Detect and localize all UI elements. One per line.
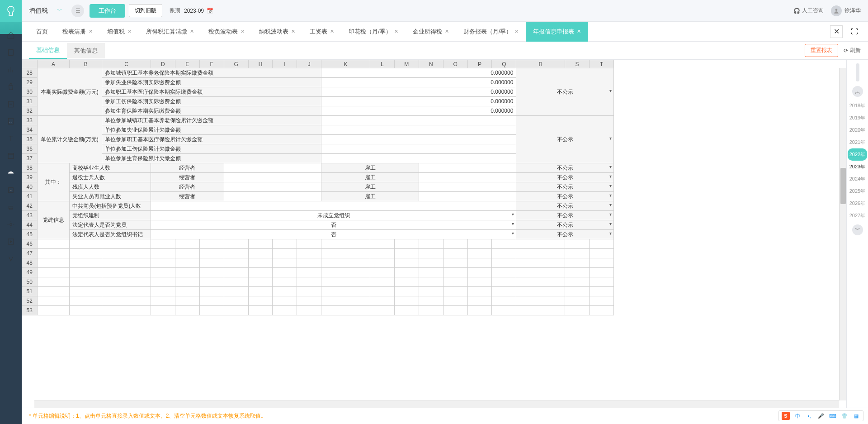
empty-cell[interactable] xyxy=(70,306,102,315)
empty-cell[interactable] xyxy=(492,296,516,306)
cell-value[interactable] xyxy=(321,125,516,135)
empty-cell[interactable] xyxy=(419,296,443,306)
empty-cell[interactable] xyxy=(443,268,467,277)
empty-cell[interactable] xyxy=(516,268,565,277)
empty-cell[interactable] xyxy=(151,287,175,296)
empty-cell[interactable] xyxy=(248,258,273,268)
cell-value[interactable]: 0.000000 xyxy=(321,78,516,87)
cell-value[interactable] xyxy=(224,182,321,192)
empty-cell[interactable] xyxy=(590,277,614,287)
calendar-icon[interactable]: 📅 xyxy=(207,8,213,14)
nav-bag-icon[interactable] xyxy=(6,82,15,91)
empty-cell[interactable] xyxy=(419,287,443,296)
empty-cell[interactable] xyxy=(419,249,443,258)
empty-cell[interactable] xyxy=(224,249,248,258)
empty-cell[interactable] xyxy=(102,296,151,306)
empty-cell[interactable] xyxy=(492,287,516,296)
empty-cell[interactable] xyxy=(70,258,102,268)
empty-cell[interactable] xyxy=(248,249,273,258)
empty-cell[interactable] xyxy=(394,306,419,315)
empty-cell[interactable] xyxy=(199,258,224,268)
empty-cell[interactable] xyxy=(151,249,175,258)
empty-cell[interactable] xyxy=(370,287,395,296)
empty-cell[interactable] xyxy=(297,306,321,315)
module-dropdown[interactable]: 增值税 xyxy=(29,7,48,15)
empty-cell[interactable] xyxy=(248,239,273,249)
visibility-dropdown[interactable]: 不公示 xyxy=(516,116,614,163)
empty-cell[interactable] xyxy=(175,287,199,296)
nav-play-icon[interactable] xyxy=(6,237,15,246)
empty-cell[interactable] xyxy=(273,268,297,277)
empty-cell[interactable] xyxy=(419,306,443,315)
select-cell[interactable]: 否 xyxy=(151,220,516,230)
year-up-arrow[interactable]: ︽ xyxy=(852,86,863,97)
horizontal-scrollbar[interactable] xyxy=(34,400,839,408)
empty-cell[interactable] xyxy=(394,277,419,287)
visibility-dropdown[interactable]: 不公示 xyxy=(516,230,614,239)
empty-cell[interactable] xyxy=(565,277,590,287)
empty-cell[interactable] xyxy=(516,277,565,287)
subtab-other[interactable]: 其他信息 xyxy=(67,43,105,58)
empty-cell[interactable] xyxy=(297,258,321,268)
empty-cell[interactable] xyxy=(199,268,224,277)
year-2018年[interactable]: 2018年 xyxy=(848,100,867,112)
empty-cell[interactable] xyxy=(467,287,492,296)
empty-cell[interactable] xyxy=(224,296,248,306)
empty-cell[interactable] xyxy=(37,277,70,287)
ime-mic-icon[interactable]: 🎤 xyxy=(817,412,825,420)
empty-cell[interactable] xyxy=(492,306,516,315)
empty-cell[interactable] xyxy=(467,239,492,249)
empty-cell[interactable] xyxy=(370,249,395,258)
empty-cell[interactable] xyxy=(273,296,297,306)
empty-cell[interactable] xyxy=(419,268,443,277)
select-cell[interactable]: 未成立党组织 xyxy=(151,211,516,220)
visibility-dropdown[interactable]: 不公示 xyxy=(516,163,614,173)
empty-cell[interactable] xyxy=(492,258,516,268)
empty-cell[interactable] xyxy=(102,239,151,249)
empty-cell[interactable] xyxy=(102,258,151,268)
cell-value[interactable] xyxy=(419,182,516,192)
empty-cell[interactable] xyxy=(467,277,492,287)
empty-cell[interactable] xyxy=(273,258,297,268)
ime-grid-icon[interactable]: ▦ xyxy=(852,412,860,420)
expand-btn[interactable]: ⛶ xyxy=(848,25,861,38)
empty-cell[interactable] xyxy=(443,287,467,296)
empty-cell[interactable] xyxy=(70,268,102,277)
year-2025年[interactable]: 2025年 xyxy=(848,185,867,197)
empty-cell[interactable] xyxy=(590,268,614,277)
empty-cell[interactable] xyxy=(516,258,565,268)
empty-cell[interactable] xyxy=(175,277,199,287)
empty-cell[interactable] xyxy=(70,277,102,287)
empty-cell[interactable] xyxy=(590,239,614,249)
empty-cell[interactable] xyxy=(492,277,516,287)
tab-close-icon[interactable]: ✕ xyxy=(291,29,295,34)
cell-value[interactable] xyxy=(321,135,516,144)
nav-export-icon[interactable] xyxy=(6,186,15,195)
visibility-dropdown[interactable]: 不公示 xyxy=(516,173,614,182)
empty-cell[interactable] xyxy=(565,296,590,306)
empty-cell[interactable] xyxy=(516,306,565,315)
tab-7[interactable]: 印花税（月/季）✕ xyxy=(341,22,406,42)
empty-cell[interactable] xyxy=(102,287,151,296)
tab-6[interactable]: 工资表✕ xyxy=(302,22,341,42)
empty-cell[interactable] xyxy=(37,268,70,277)
empty-cell[interactable] xyxy=(467,249,492,258)
tab-4[interactable]: 税负波动表✕ xyxy=(201,22,252,42)
empty-cell[interactable] xyxy=(248,268,273,277)
empty-cell[interactable] xyxy=(419,258,443,268)
empty-cell[interactable] xyxy=(70,249,102,258)
empty-cell[interactable] xyxy=(224,287,248,296)
empty-cell[interactable] xyxy=(394,287,419,296)
empty-cell[interactable] xyxy=(321,249,370,258)
empty-cell[interactable] xyxy=(175,296,199,306)
year-2022年[interactable]: 2022年 xyxy=(848,148,867,161)
empty-cell[interactable] xyxy=(443,296,467,306)
cell-value[interactable] xyxy=(419,173,516,182)
nav-gear-icon[interactable] xyxy=(6,220,15,229)
empty-cell[interactable] xyxy=(492,268,516,277)
empty-cell[interactable] xyxy=(199,296,224,306)
select-cell[interactable]: 否 xyxy=(151,230,516,239)
cell-value[interactable] xyxy=(224,173,321,182)
empty-cell[interactable] xyxy=(590,306,614,315)
empty-cell[interactable] xyxy=(248,296,273,306)
